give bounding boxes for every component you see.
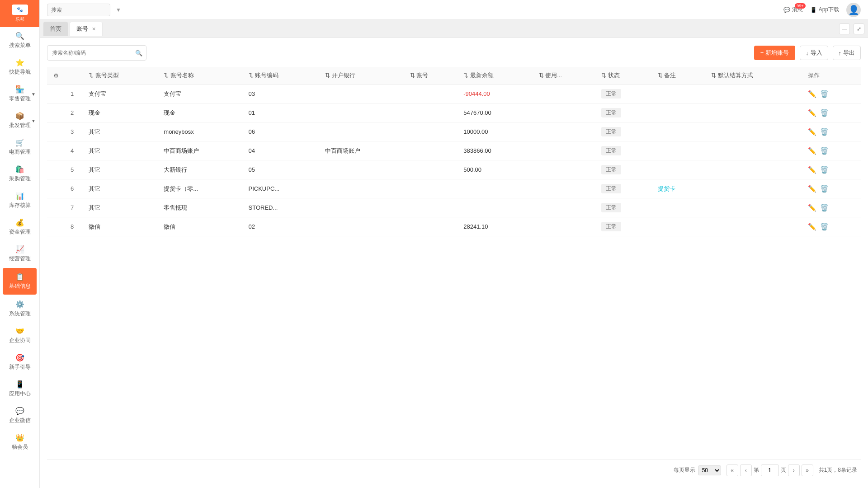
- pagination-info: 共1页，8条记录: [819, 466, 857, 474]
- table-row: 2 现金 现金 01 547670.00 正常 ✏️ 🗑️: [47, 103, 861, 122]
- next-page-button[interactable]: ›: [788, 465, 800, 476]
- sidebar-item-basic-info[interactable]: 📋 基础信息: [3, 268, 37, 295]
- status-badge: 正常: [601, 89, 621, 99]
- search-box: 🔍: [47, 45, 146, 61]
- sidebar-item-inventory[interactable]: 📊 库存核算: [0, 187, 39, 214]
- latest-balance-column-header[interactable]: ⇅ 最新余额: [458, 67, 533, 84]
- settings-column-header[interactable]: ⚙: [47, 67, 65, 84]
- row-usage: [533, 122, 596, 141]
- first-page-button[interactable]: «: [726, 465, 738, 476]
- app-center-icon: 📱: [15, 380, 24, 389]
- status-column-header[interactable]: ⇅ 状态: [596, 67, 652, 84]
- default-settlement-column-header[interactable]: ⇅ 默认结算方式: [706, 67, 802, 84]
- header-search-input[interactable]: [47, 4, 110, 16]
- row-settings: [47, 217, 65, 236]
- usage-column-header[interactable]: ⇅ 使用...: [533, 67, 596, 84]
- prev-page-button[interactable]: ‹: [740, 465, 752, 476]
- page-number-input[interactable]: [761, 465, 779, 476]
- edit-button[interactable]: ✏️: [808, 166, 816, 174]
- edit-button[interactable]: ✏️: [808, 109, 816, 117]
- accounts-table: ⚙ ⇅ 账号类型 ⇅ 账号名称 ⇅ 账号编码 ⇅ 开户: [47, 67, 861, 236]
- sidebar-item-ecommerce[interactable]: 🛒 电商管理: [0, 134, 39, 160]
- sidebar-item-search-order[interactable]: 🔍 搜索菜单: [0, 27, 39, 54]
- search-button[interactable]: 🔍: [132, 46, 146, 60]
- row-remark: [652, 84, 706, 103]
- edit-button[interactable]: ✏️: [808, 185, 816, 193]
- sidebar-item-wholesale[interactable]: 📦 批发管理 ▼: [0, 107, 39, 134]
- edit-button[interactable]: ✏️: [808, 223, 816, 231]
- wholesale-icon: 📦: [15, 112, 24, 120]
- row-status: 正常: [596, 179, 652, 198]
- chevron-down-icon[interactable]: ▼: [116, 7, 121, 13]
- page-size-select: 每页显示 20 50 100: [674, 465, 721, 475]
- edit-button[interactable]: ✏️: [808, 90, 816, 98]
- sidebar: 🐾 乐邦 🔍 搜索菜单 ⭐ 快捷导航 🏪 零售管理 ▼ 📦 批发管理 ▼ 🛒 电…: [0, 0, 40, 488]
- row-actions: ✏️ 🗑️: [802, 198, 861, 217]
- action-column-header: 操作: [802, 67, 861, 84]
- row-account-type: 其它: [83, 141, 158, 160]
- sidebar-item-quick-nav[interactable]: ⭐ 快捷导航: [0, 54, 39, 80]
- export-button[interactable]: ↑ 导出: [833, 46, 861, 60]
- sidebar-item-member[interactable]: 👑 畅会员: [0, 429, 39, 455]
- delete-button[interactable]: 🗑️: [820, 185, 829, 193]
- delete-button[interactable]: 🗑️: [820, 223, 829, 231]
- sidebar-item-wechat[interactable]: 💬 企业微信: [0, 402, 39, 429]
- add-account-button[interactable]: + 新增账号: [754, 46, 795, 60]
- edit-button[interactable]: ✏️: [808, 128, 816, 136]
- delete-button[interactable]: 🗑️: [820, 147, 829, 155]
- tab-close-icon[interactable]: ✕: [92, 26, 96, 32]
- open-bank-column-header[interactable]: ⇅ 开户银行: [320, 67, 404, 84]
- edit-button[interactable]: ✏️: [808, 204, 816, 212]
- search-icon: 🔍: [135, 50, 142, 56]
- sort-icon: ⇅: [249, 72, 254, 79]
- sidebar-item-agreement[interactable]: 🤝 企业协同: [0, 322, 39, 349]
- row-account: [405, 84, 458, 103]
- remark-column-header[interactable]: ⇅ 备注: [652, 67, 706, 84]
- sidebar-item-retail[interactable]: 🏪 零售管理 ▼: [0, 80, 39, 107]
- app-download-button[interactable]: 📱 App下载: [810, 6, 839, 14]
- row-index: 3: [65, 122, 83, 141]
- table-row: 7 其它 零售抵现 STORED... 正常 ✏️ 🗑️: [47, 198, 861, 217]
- page-size-dropdown[interactable]: 20 50 100: [698, 465, 721, 475]
- delete-button[interactable]: 🗑️: [820, 166, 829, 174]
- search-input[interactable]: [47, 47, 132, 59]
- last-page-button[interactable]: »: [802, 465, 813, 476]
- delete-button[interactable]: 🗑️: [820, 204, 829, 212]
- delete-button[interactable]: 🗑️: [820, 90, 829, 98]
- row-account-type: 其它: [83, 122, 158, 141]
- avatar-icon: 👤: [848, 5, 859, 15]
- delete-button[interactable]: 🗑️: [820, 109, 829, 117]
- table-body: 1 支付宝 支付宝 03 -90444.00 正常 ✏️ 🗑️ 2 现金 现金 …: [47, 84, 861, 236]
- tab-home[interactable]: 首页: [43, 22, 68, 36]
- row-latest-balance: 10000.00: [458, 122, 533, 141]
- sidebar-item-system[interactable]: ⚙️ 系统管理: [0, 296, 39, 322]
- edit-button[interactable]: ✏️: [808, 147, 816, 155]
- sidebar-item-guide[interactable]: 🎯 新手引导: [0, 349, 39, 375]
- sidebar-item-purchase[interactable]: 🛍️ 采购管理: [0, 160, 39, 187]
- sidebar-item-app-center[interactable]: 📱 应用中心: [0, 375, 39, 402]
- member-icon: 👑: [15, 433, 24, 442]
- status-badge: 正常: [601, 127, 621, 136]
- import-button[interactable]: ↓ 导入: [800, 46, 828, 60]
- row-usage: [533, 103, 596, 122]
- sidebar-item-finance[interactable]: 💰 资金管理: [0, 214, 39, 240]
- sidebar-item-operation[interactable]: 📈 经营管理: [0, 240, 39, 267]
- row-account-name: 大新银行: [158, 160, 243, 179]
- tab-minimize-button[interactable]: —: [839, 23, 850, 34]
- message-button[interactable]: 💬 消息 99+: [783, 6, 803, 14]
- account-name-column-header[interactable]: ⇅ 账号名称: [158, 67, 243, 84]
- row-latest-balance: 383866.00: [458, 141, 533, 160]
- wechat-icon: 💬: [15, 407, 24, 415]
- delete-button[interactable]: 🗑️: [820, 128, 829, 136]
- tab-maximize-button[interactable]: ⤢: [854, 23, 864, 34]
- row-open-bank: [320, 179, 404, 198]
- row-settings: [47, 84, 65, 103]
- account-column-header[interactable]: ⇅ 账号: [405, 67, 458, 84]
- account-code-column-header[interactable]: ⇅ 账号编码: [243, 67, 320, 84]
- sort-icon: ⇅: [89, 72, 94, 79]
- row-default-settlement: [706, 103, 802, 122]
- toolbar: 🔍 + 新增账号 ↓ 导入 ↑ 导出: [47, 45, 861, 61]
- avatar[interactable]: 👤: [846, 3, 861, 17]
- tab-account[interactable]: 账号 ✕: [70, 22, 103, 36]
- account-type-column-header[interactable]: ⇅ 账号类型: [83, 67, 158, 84]
